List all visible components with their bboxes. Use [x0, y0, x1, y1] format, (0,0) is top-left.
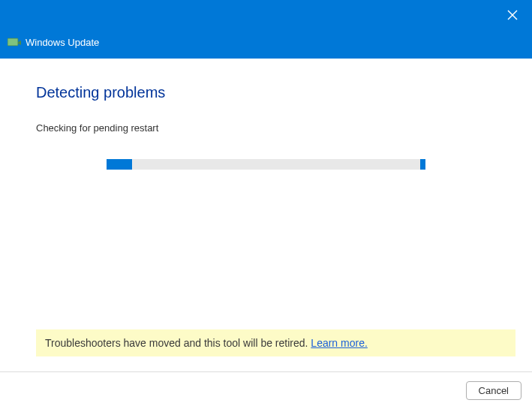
- app-title-wrap: Windows Update: [8, 37, 99, 48]
- windows-update-icon: [8, 38, 21, 48]
- notice-bar: Troubleshooters have moved and this tool…: [36, 329, 515, 356]
- progress-wrap: [36, 159, 496, 170]
- cancel-button[interactable]: Cancel: [466, 381, 521, 400]
- titlebar: Windows Update: [0, 0, 532, 59]
- close-icon: [507, 10, 518, 20]
- progress-indicator-end: [420, 159, 425, 170]
- status-text: Checking for pending restart: [36, 122, 496, 134]
- progress-indicator: [107, 159, 132, 170]
- svg-rect-3: [8, 39, 17, 45]
- footer: Cancel: [0, 371, 532, 409]
- app-title: Windows Update: [26, 37, 99, 48]
- learn-more-link[interactable]: Learn more.: [311, 337, 367, 349]
- content-area: Detecting problems Checking for pending …: [0, 59, 532, 170]
- close-button[interactable]: [503, 6, 521, 24]
- progress-bar: [107, 159, 425, 170]
- page-heading: Detecting problems: [36, 84, 496, 101]
- notice-text: Troubleshooters have moved and this tool…: [45, 337, 311, 349]
